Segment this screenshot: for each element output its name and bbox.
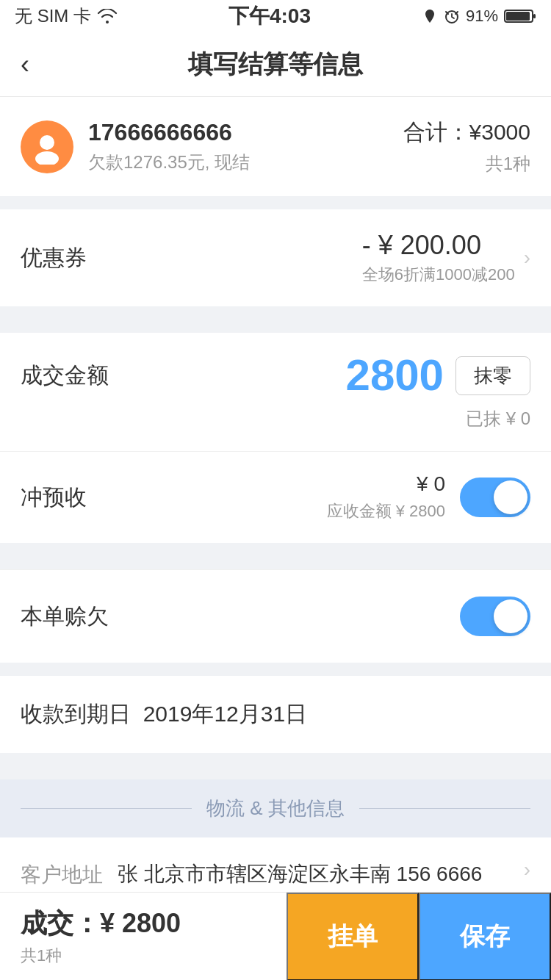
svg-point-4	[40, 135, 54, 150]
duedate-row: 收款到期日 2019年12月31日	[0, 676, 551, 753]
content: 17666666666 欠款1276.35元, 现结 合计：¥3000 共1种 …	[0, 97, 551, 980]
avatar	[21, 120, 73, 173]
coupon-desc: 全场6折满1000减200	[362, 264, 515, 286]
duedate-text: 收款到期日 2019年12月31日	[21, 702, 307, 726]
section-divider-2	[0, 556, 551, 569]
section-divider-3	[0, 766, 551, 779]
debt-toggle[interactable]	[460, 597, 530, 636]
status-left: 无 SIM 卡	[15, 4, 118, 28]
total-count: 共1种	[403, 152, 530, 176]
section-divider-1	[0, 320, 551, 333]
logistics-header: 物流 & 其他信息	[0, 779, 551, 837]
customer-info-row: 17666666666 欠款1276.35元, 现结 合计：¥3000 共1种	[0, 97, 551, 196]
svg-rect-3	[533, 14, 536, 18]
address-chevron-icon: ›	[524, 858, 530, 882]
location-icon	[422, 8, 438, 24]
coupon-label: 优惠券	[21, 243, 87, 273]
battery-text: 91%	[466, 7, 498, 26]
coupon-discount: - ¥ 200.00	[362, 230, 515, 261]
bottom-bar: 成交：¥ 2800 共1种 挂单 保存	[0, 892, 551, 980]
status-right: 91%	[422, 7, 536, 26]
deal-label: 成交金额	[21, 361, 109, 391]
bottom-deal-label: 成交：	[21, 908, 100, 938]
toggle-knob-2	[494, 599, 527, 633]
debt-label: 本单赊欠	[21, 602, 109, 632]
chevron-right-icon: ›	[524, 246, 530, 270]
round-button[interactable]: 抹零	[455, 356, 530, 395]
prepay-toggle[interactable]	[460, 478, 530, 517]
save-button[interactable]: 保存	[419, 893, 551, 981]
deal-sub: 已抹 ¥ 0	[466, 408, 530, 428]
deal-amount: 2800	[346, 353, 444, 397]
svg-rect-2	[506, 12, 530, 21]
prepay-label: 冲预收	[21, 483, 87, 513]
bottom-deal-value: ¥ 2800	[100, 908, 181, 938]
nav-bar: ‹ 填写结算等信息	[0, 32, 551, 97]
back-button[interactable]: ‹	[21, 49, 29, 80]
hang-button[interactable]: 挂单	[287, 893, 419, 981]
bottom-deal-amount: 成交：¥ 2800	[21, 906, 266, 942]
alarm-icon	[444, 8, 460, 24]
duedate-value: 2019年12月31日	[143, 702, 307, 726]
bottom-count: 共1种	[21, 945, 266, 967]
toggle-knob	[494, 480, 527, 514]
customer-sub: 欠款1276.35元, 现结	[88, 151, 250, 174]
wifi-icon	[97, 9, 118, 24]
prepay-row: 冲预收 ¥ 0 应收金额 ¥ 2800	[0, 451, 551, 543]
svg-point-5	[35, 151, 59, 165]
status-time: 下午4:03	[228, 2, 311, 30]
prepay-sub: 应收金额 ¥ 2800	[327, 500, 445, 522]
deal-section: 成交金额 2800 抹零 已抹 ¥ 0	[0, 333, 551, 451]
coupon-row[interactable]: 优惠券 - ¥ 200.00 全场6折满1000减200 ›	[0, 209, 551, 306]
prepay-amount: ¥ 0	[327, 472, 445, 496]
bottom-summary: 成交：¥ 2800 共1种	[0, 906, 287, 967]
battery-icon	[504, 8, 536, 24]
status-bar: 无 SIM 卡 下午4:03 91%	[0, 0, 551, 32]
debt-row: 本单赊欠	[0, 569, 551, 663]
address-label: 客户地址	[21, 861, 103, 889]
sim-status: 无 SIM 卡	[15, 4, 91, 28]
duedate-label: 收款到期日	[21, 702, 131, 726]
customer-phone: 17666666666	[88, 119, 250, 146]
logistics-header-text: 物流 & 其他信息	[206, 796, 345, 821]
page-title: 填写结算等信息	[188, 48, 363, 82]
total-amount: 合计：¥3000	[403, 118, 530, 148]
